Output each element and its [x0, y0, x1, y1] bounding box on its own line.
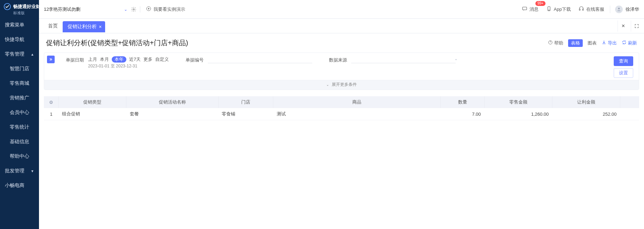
sidebar: 畅捷通好业财 标准版 搜索菜单 快捷导航 零售管理▲ 智慧门店 零售商城 营销推…	[0, 0, 39, 229]
cell-store: 零食铺	[218, 108, 273, 120]
sidebar-item-smart-store[interactable]: 智慧门店	[0, 62, 39, 76]
date-opt-last-month[interactable]: 上月	[88, 56, 97, 63]
column-settings[interactable]: ⚙	[44, 96, 58, 108]
view-chart-button[interactable]: 图表	[588, 40, 597, 46]
col-qty[interactable]: 数量	[441, 96, 485, 108]
export-icon	[602, 40, 606, 46]
sidebar-item-member-center[interactable]: 会员中心	[0, 105, 39, 120]
help-link[interactable]: 帮助	[548, 40, 563, 46]
app-download-link[interactable]: App下载	[544, 5, 573, 14]
date-opt-custom[interactable]: 自定义	[155, 56, 169, 63]
refresh-icon	[622, 40, 627, 46]
cell-product: 测试	[273, 108, 441, 120]
sidebar-item-wholesale-mgmt[interactable]: 批发管理▼	[0, 164, 39, 178]
cell-promo-type: 组合促销	[58, 108, 126, 120]
caret-down-icon: ▼	[31, 169, 34, 173]
brand-name: 畅捷通好业财	[13, 3, 40, 10]
message-icon	[522, 6, 527, 13]
user-menu[interactable]: 徐泽华	[610, 6, 639, 13]
filter-bar: 单据日期 上月 本月 本年 近7天 更多 自定义 2023-01-01 至 20…	[44, 52, 639, 90]
date-opt-this-month[interactable]: 本月	[100, 56, 109, 63]
tab-home[interactable]: 首页	[43, 19, 63, 33]
support-link[interactable]: 在线客服	[576, 5, 606, 14]
divider	[140, 6, 140, 13]
filter-date-label: 单据日期	[63, 56, 84, 63]
play-icon	[146, 6, 151, 13]
sidebar-item-retail-mall[interactable]: 零售商城	[0, 76, 39, 91]
settings-gear-icon[interactable]	[131, 7, 136, 12]
headset-icon	[579, 6, 584, 13]
close-icon[interactable]: ×	[99, 24, 102, 30]
filter-docno: 单据编号	[183, 56, 312, 63]
cell-activity: 套餐	[126, 108, 218, 120]
user-name: 徐泽华	[626, 6, 639, 13]
filter-source-label: 数据来源	[326, 56, 347, 63]
svg-point-1	[133, 9, 134, 10]
date-quick-options: 上月 本月 本年 近7天 更多 自定义	[88, 56, 169, 63]
date-opt-7d[interactable]: 近7天	[129, 56, 141, 63]
row-index: 1	[44, 108, 58, 120]
caret-up-icon: ▲	[31, 52, 34, 56]
source-select[interactable]	[351, 56, 456, 63]
sidebar-item-xiaochang-ecom[interactable]: 小畅电商	[0, 178, 39, 193]
fullscreen-icon[interactable]	[631, 21, 642, 32]
col-discount[interactable]: 让利金额	[552, 96, 620, 108]
demo-link[interactable]: 我要看实例演示	[144, 5, 187, 14]
org-name: 12李艳芬测试勿删	[44, 6, 80, 13]
topbar: 12李艳芬测试勿删 ⌄ 我要看实例演示 消息 99+ App下载	[39, 0, 644, 19]
sidebar-item-basic-info[interactable]: 基础信息	[0, 134, 39, 149]
svg-point-8	[618, 8, 620, 9]
filter-source: 数据来源 ⌄	[326, 56, 458, 63]
settings-button[interactable]: 设置	[614, 68, 633, 78]
filter-docno-label: 单据编号	[183, 56, 204, 63]
docno-input[interactable]	[208, 56, 312, 63]
cell-sales: 1,260.00	[484, 108, 552, 120]
tab-promo-analysis[interactable]: 促销让利分析 ×	[63, 21, 105, 32]
tab-strip: 首页 促销让利分析 × ✕	[39, 19, 644, 33]
sidebar-item-search-menu[interactable]: 搜索菜单	[0, 18, 39, 32]
sidebar-item-retail-stats[interactable]: 零售统计	[0, 120, 39, 134]
col-promo-type[interactable]: 促销类型	[58, 96, 126, 108]
org-selector[interactable]: 12李艳芬测试勿删 ⌄	[44, 6, 127, 13]
cell-qty: 7.00	[441, 108, 485, 120]
svg-point-5	[549, 10, 549, 10]
refresh-link[interactable]: 刷新	[622, 40, 637, 46]
brand-edition: 标准版	[0, 10, 39, 18]
page-header: 促销让利分析(促销类型+促销活动+门店+商品) 帮助 表格 图表 导出 刷新	[39, 33, 644, 51]
avatar-icon	[615, 6, 623, 13]
date-range-text: 2023-01-01 至 2023-12-31	[88, 63, 169, 69]
col-sales[interactable]: 零售金额	[484, 96, 552, 108]
page-title: 促销让利分析(促销类型+促销活动+门店+商品)	[46, 38, 188, 48]
view-table-button[interactable]: 表格	[568, 39, 583, 47]
messages-badge: 99+	[535, 1, 545, 6]
date-opt-more[interactable]: 更多	[143, 56, 152, 63]
sidebar-item-retail-mgmt[interactable]: 零售管理▲	[0, 47, 39, 62]
col-store[interactable]: 门店	[218, 96, 273, 108]
tab-close-all-icon[interactable]: ✕	[618, 21, 629, 32]
brand-logo-icon	[3, 3, 11, 10]
help-icon	[548, 40, 553, 46]
chevron-down-icon: ⌄	[124, 7, 127, 12]
result-table: ⚙ 促销类型 促销活动名称 门店 商品 数量 零售金额 让利金额 1 组合促销	[44, 96, 639, 120]
export-link[interactable]: 导出	[602, 40, 617, 46]
chevron-double-down-icon: ⌄	[326, 83, 329, 87]
brand: 畅捷通好业财	[0, 0, 39, 11]
date-opt-this-year[interactable]: 本年	[112, 56, 126, 63]
sidebar-item-marketing[interactable]: 营销推广	[0, 91, 39, 105]
query-button[interactable]: 查询	[614, 56, 633, 66]
table-row[interactable]: 1 组合促销 套餐 零食铺 测试 7.00 1,260.00 252.00	[44, 108, 639, 120]
filter-date: 单据日期 上月 本月 本年 近7天 更多 自定义 2023-01-01 至 20…	[63, 56, 169, 69]
cell-discount: 252.00	[552, 108, 620, 120]
svg-rect-7	[582, 9, 583, 10]
collapse-filter-icon[interactable]	[47, 56, 55, 63]
expand-more-filters[interactable]: ⌄ 展开更多条件	[44, 80, 639, 90]
col-activity[interactable]: 促销活动名称	[126, 96, 218, 108]
gear-icon: ⚙	[49, 100, 53, 105]
sidebar-item-quick-nav[interactable]: 快捷导航	[0, 32, 39, 47]
svg-rect-6	[579, 9, 580, 10]
svg-rect-3	[523, 7, 527, 10]
col-product[interactable]: 商品	[273, 96, 441, 108]
phone-icon	[546, 6, 552, 13]
sidebar-item-help-center[interactable]: 帮助中心	[0, 149, 39, 164]
messages-link[interactable]: 消息 99+	[520, 5, 541, 14]
